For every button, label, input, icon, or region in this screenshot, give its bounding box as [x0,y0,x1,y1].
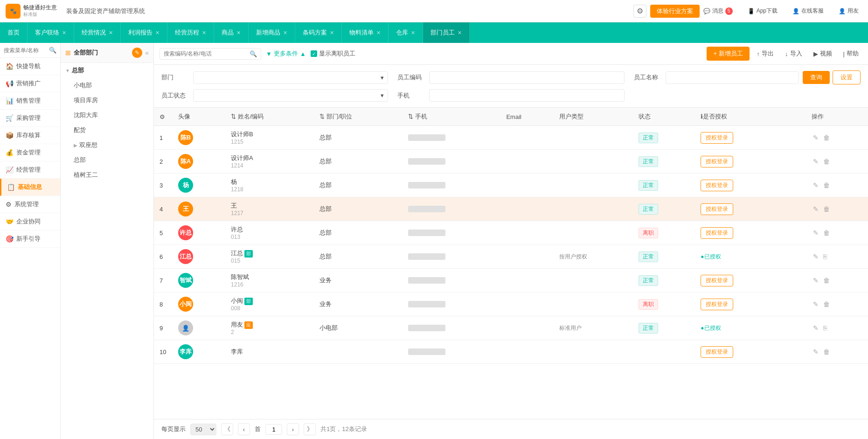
tree-node-zongbu-child[interactable]: 总部 [61,153,153,167]
nav-tab-profit[interactable]: 利润报告 ✕ [121,22,167,43]
sidebar-item-basic[interactable]: 📋 基础信息 [0,179,60,196]
query-button[interactable]: 查询 [803,71,830,84]
col-name[interactable]: ⇅ 姓名/编码 [225,108,314,126]
edit-icon[interactable]: ✎ [812,158,820,165]
prev-page-button[interactable]: ‹ [238,423,250,435]
delete-icon[interactable]: 🗑 [822,300,831,308]
tree-node-zhushu[interactable]: 植树王二 [61,167,153,182]
copy-icon[interactable]: ⎘ [822,253,828,260]
delete-icon[interactable]: 🗑 [822,277,831,284]
nav-tab-bom[interactable]: 物料清单 ✕ [342,22,389,43]
status-select[interactable]: ▾ [193,89,388,102]
sidebar-item-business[interactable]: 📈 经营管理 [0,161,60,179]
sidebar-item-marketing[interactable]: 📢 营销推广 [0,75,60,92]
page-size-select[interactable]: 50 20 100 [190,424,216,435]
edit-icon[interactable]: ✎ [812,300,820,308]
tree-collapse-button[interactable]: « [145,49,149,56]
help-button[interactable]: | 帮助 [840,48,862,60]
employee-name-input[interactable] [666,71,799,84]
nav-tab-warehouse[interactable]: 仓库 ✕ [389,22,423,43]
nav-tab-history[interactable]: 经营历程 ✕ [167,22,214,43]
nav-tab-bom-close[interactable]: ✕ [376,30,381,36]
edit-icon[interactable]: ✎ [812,134,820,141]
nav-tab-customer[interactable]: 客户联络 ✕ [28,22,74,43]
edit-icon[interactable]: ✎ [812,253,820,260]
dept-select[interactable]: ▾ [193,71,388,84]
set-button[interactable]: 设置 [833,70,861,84]
delete-icon[interactable]: 🗑 [822,134,831,141]
auth-button[interactable]: 授权登录 [701,132,733,144]
tree-node-project[interactable]: 项目库房 [61,93,153,108]
import-button[interactable]: ↓ 导入 [781,48,806,60]
auth-button[interactable]: 授权登录 [701,227,733,239]
page-number-input[interactable] [265,424,282,435]
sidebar-item-guide[interactable]: 🎯 新手引导 [0,230,60,248]
edit-icon[interactable]: ✎ [812,229,820,237]
nav-tab-employee[interactable]: 部门员工 ✕ [423,22,470,43]
next-page-button[interactable]: › [287,423,299,435]
edit-icon[interactable]: ✎ [812,205,820,213]
sidebar-item-inventory[interactable]: 📦 库存核算 [0,127,60,144]
auth-button[interactable]: 授权登录 [701,299,733,310]
copy-icon[interactable]: ⎘ [822,324,828,332]
sidebar-item-system[interactable]: ⚙ 系统管理 [0,196,60,213]
nav-tab-barcode[interactable]: 条码方案 ✕ [295,22,342,43]
nav-tab-employee-close[interactable]: ✕ [458,30,462,36]
sidebar-item-sales[interactable]: 📊 销售管理 [0,92,60,110]
view-button[interactable]: ▶ 视频 [810,48,836,60]
phone-input[interactable] [429,89,624,102]
edit-icon[interactable]: ✎ [812,181,820,189]
nav-tab-customer-close[interactable]: ✕ [62,30,66,36]
search-input[interactable] [164,50,248,57]
auth-button[interactable]: 授权登录 [701,203,733,215]
message-button[interactable]: 💬 消息 5 [700,5,736,17]
delete-icon[interactable]: 🗑 [822,205,831,213]
user-button[interactable]: 👤 用友 [835,5,862,17]
edit-icon[interactable]: ✎ [812,348,820,355]
auth-button[interactable]: 授权登录 [701,275,733,286]
sidebar-item-finance[interactable]: 💰 资金管理 [0,144,60,161]
nav-tab-add-goods-close[interactable]: ✕ [283,30,287,36]
tree-node-shuangzuo[interactable]: ▶ 双座想 [61,138,153,153]
edit-icon[interactable]: ✎ [812,324,820,332]
sidebar-search-input[interactable] [4,47,47,54]
add-employee-button[interactable]: + 新增员工 [707,47,749,61]
sidebar-item-purchase[interactable]: 🛒 采购管理 [0,110,60,127]
nav-tab-history-close[interactable]: ✕ [202,30,206,36]
col-settings[interactable]: ⚙ [154,108,173,126]
online-service-button[interactable]: 👤 在线客服 [789,5,827,17]
edit-icon[interactable]: ✎ [812,277,820,284]
last-page-button[interactable]: 》 [304,423,316,435]
auth-button[interactable]: 授权登录 [701,180,733,191]
export-button[interactable]: ↑ 导出 [753,48,778,60]
show-resigned-toggle[interactable]: ✓ 显示离职员工 [311,49,355,58]
nav-tab-home[interactable]: 首页 [0,22,28,43]
tree-node-shenyang[interactable]: 沈阳大库 [61,108,153,123]
delete-icon[interactable]: 🗑 [822,229,831,237]
nav-tab-warehouse-close[interactable]: ✕ [411,30,415,36]
delete-icon[interactable]: 🗑 [822,348,831,355]
app-download-button[interactable]: 📱 App下载 [744,5,781,17]
nav-tab-operation[interactable]: 经营情况 ✕ [74,22,121,43]
delete-icon[interactable]: 🗑 [822,158,831,165]
nav-tab-goods[interactable]: 商品 ✕ [214,22,249,43]
nav-tab-operation-close[interactable]: ✕ [109,30,113,36]
tree-edit-button[interactable]: ✎ [132,48,142,58]
auth-button[interactable]: 授权登录 [701,346,733,358]
nav-tab-goods-close[interactable]: ✕ [236,30,241,36]
sidebar-item-collab[interactable]: 🤝 企业协同 [0,213,60,230]
col-dept[interactable]: ⇅ 部门/职位 [314,108,403,126]
nav-tab-barcode-close[interactable]: ✕ [330,30,334,36]
tree-node-peihuo[interactable]: 配货 [61,123,153,138]
col-phone[interactable]: ⇅ 手机 [403,108,500,126]
more-filter-button[interactable]: ▼ 更多条件 ▲ [266,49,306,58]
first-page-button[interactable]: 《 [221,423,233,435]
delete-icon[interactable]: 🗑 [822,181,831,189]
tree-node-zongbu-group[interactable]: ▼ 总部 [61,63,153,78]
nav-tab-add-goods[interactable]: 新增商品 ✕ [249,22,295,43]
tree-node-xiaodibu[interactable]: 小电部 [61,78,153,93]
trial-button[interactable]: 体验行业方案 [650,5,700,18]
auth-button[interactable]: 授权登录 [701,156,733,167]
employee-code-input[interactable] [429,71,624,84]
nav-tab-profit-close[interactable]: ✕ [155,30,160,36]
